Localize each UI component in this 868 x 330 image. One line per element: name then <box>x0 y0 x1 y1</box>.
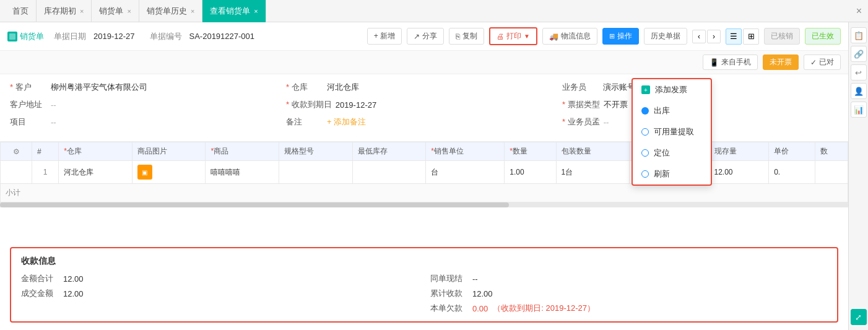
project-field: 项目 -- <box>10 116 286 128</box>
history-button[interactable]: 历史单据 <box>644 28 687 45</box>
row-more <box>815 161 848 184</box>
payment-title: 收款信息 <box>21 256 827 267</box>
outbound-item[interactable]: 出库 <box>633 100 711 121</box>
sold-status-button[interactable]: 已核销 <box>764 28 800 45</box>
employee-value: 演示账号 <box>603 82 635 93</box>
tab-bar: 首页 库存期初 × 销货单 × 销货单历史 × 查看销货单 × × <box>0 0 868 22</box>
truck-icon: 🚚 <box>549 32 558 41</box>
not-opened-button[interactable]: 未开票 <box>763 54 799 70</box>
print-button[interactable]: 🖨 打印 ▼ <box>489 27 537 45</box>
copy-button[interactable]: ⎘ 复制 <box>449 28 484 45</box>
salesperson-value: -- <box>604 118 609 127</box>
outbound-icon <box>641 107 649 115</box>
close-view-sales-tab[interactable]: × <box>254 7 258 15</box>
form-row-1: 客户 柳州粤港平安气体有限公司 仓库 河北仓库 业务员 演示账号 <box>10 82 838 93</box>
available-pickup-icon <box>641 128 649 136</box>
tab-view-sales[interactable]: 查看销货单 × <box>202 0 266 22</box>
available-pickup-item[interactable]: 可用量提取 <box>633 121 711 142</box>
payment-grid: 金额合计 12.00 同单现结 -- 成交金额 12.00 累计收款 12.00… <box>21 273 827 314</box>
sidebar-icon-2[interactable]: 🔗 <box>851 46 867 62</box>
employee-label: 业务员 <box>562 82 599 93</box>
col-warehouse: *仓库 <box>59 142 132 161</box>
scrollbar-thumb[interactable] <box>0 202 509 207</box>
cumulative-value: 12.00 <box>472 289 493 298</box>
gear-header-icon[interactable]: ⚙ <box>13 147 20 156</box>
check-button[interactable]: ✓ 已对 <box>804 54 841 70</box>
close-sales-order-tab[interactable]: × <box>127 7 131 15</box>
svg-rect-0 <box>9 33 15 40</box>
toolbar-row: 📱 来自手机 未开票 ✓ 已对 <box>0 51 848 74</box>
due-date-field: 收款到期日 2019-12-27 <box>286 99 562 110</box>
row-quantity: 1.00 <box>505 161 556 184</box>
cumulative-row: 累计收款 12.00 <box>430 288 827 299</box>
col-image: 商品图片 <box>132 142 206 161</box>
nav-prev-button[interactable]: ‹ <box>692 30 706 43</box>
sales-table: ⚙ # *仓库 商品图片 *商品 规格型号 最低库存 *销售单位 *数量 包装数… <box>0 142 848 202</box>
total-value: 12.00 <box>63 274 84 284</box>
row-gear <box>1 161 32 184</box>
table-section: ⚙ # *仓库 商品图片 *商品 规格型号 最低库存 *销售单位 *数量 包装数… <box>0 142 848 240</box>
doc-type-icon <box>7 32 17 41</box>
form-row-3: 项目 -- 备注 + 添加备注 业务员孟 -- <box>10 116 838 128</box>
row-price: 0. <box>769 161 815 184</box>
tab-inventory[interactable]: 库存期初 × <box>37 0 92 22</box>
row-package-qty: 1台 <box>556 161 630 184</box>
sidebar-icon-5[interactable]: 📊 <box>851 102 867 118</box>
sidebar-icon-3[interactable]: ↩ <box>851 64 867 80</box>
doc-header: 销货单 单据日期 2019-12-27 单据编号 SA-20191227-001… <box>0 22 848 51</box>
right-sidebar: 📋 🔗 ↩ 👤 📊 ⤢ <box>848 22 868 330</box>
nav-next-button[interactable]: › <box>707 30 721 43</box>
locate-item[interactable]: 定位 <box>633 142 711 163</box>
col-product: *商品 <box>206 142 279 161</box>
sidebar-icon-1[interactable]: 📋 <box>851 27 867 43</box>
row-warehouse: 河北仓库 <box>59 161 132 184</box>
refresh-item[interactable]: 刷新 <box>633 163 711 185</box>
address-label: 客户地址 <box>10 99 47 110</box>
col-unit: *销售单位 <box>426 142 505 161</box>
check-icon: ✓ <box>810 58 817 67</box>
project-value: -- <box>51 118 56 127</box>
transaction-row: 成交金额 12.00 <box>21 288 418 299</box>
customer-value: 柳州粤港平安气体有限公司 <box>51 82 147 93</box>
tab-home[interactable]: 首页 <box>5 0 37 22</box>
phone-icon: 📱 <box>710 58 719 67</box>
balance-note: （收款到期日: 2019-12-27） <box>493 303 595 314</box>
total-label: 金额合计 <box>21 273 58 284</box>
logistics-button[interactable]: 🚚 物流信息 <box>542 28 597 45</box>
view-list-button[interactable]: ☰ <box>726 28 742 45</box>
row-spec <box>279 161 353 184</box>
effective-status-button[interactable]: 已生效 <box>805 28 841 45</box>
transaction-value: 12.00 <box>63 289 84 298</box>
refresh-icon <box>641 170 649 178</box>
note-add-button[interactable]: + 添加备注 <box>327 116 366 128</box>
sidebar-icon-expand[interactable]: ⤢ <box>851 309 867 325</box>
settlement-row: 同单现结 -- <box>430 273 827 284</box>
copy-icon: ⎘ <box>456 32 460 41</box>
tab-sales-order[interactable]: 销货单 × <box>92 0 139 22</box>
tab-sales-history[interactable]: 销货单历史 × <box>139 0 202 22</box>
locate-icon <box>641 149 649 157</box>
doc-type-label: 销货单 <box>7 31 44 42</box>
print-dropdown-arrow: ▼ <box>524 33 530 40</box>
note-field: 备注 + 添加备注 <box>286 116 562 128</box>
from-phone-button[interactable]: 📱 来自手机 <box>703 54 758 70</box>
close-inventory-tab[interactable]: × <box>80 7 84 15</box>
operations-button[interactable]: ⊞ 操作 <box>602 28 639 45</box>
view-grid-button[interactable]: ⊞ <box>743 28 759 45</box>
close-window-button[interactable]: × <box>856 6 862 17</box>
horizontal-scrollbar[interactable] <box>0 202 848 207</box>
salesperson-label: 业务员孟 <box>562 116 600 128</box>
share-button[interactable]: ↗ 分享 <box>407 28 444 45</box>
customer-label: 客户 <box>10 82 47 93</box>
row-min-stock <box>352 161 426 184</box>
total-row: 金额合计 12.00 <box>21 273 418 284</box>
ticket-type-value: 不开票 <box>604 99 628 110</box>
close-sales-history-tab[interactable]: × <box>191 7 194 15</box>
sidebar-icon-4[interactable]: 👤 <box>851 83 867 99</box>
print-icon: 🖨 <box>497 32 504 41</box>
row-image: ▣ <box>132 161 206 184</box>
add-invoice-item[interactable]: + 添加发票 <box>633 79 711 100</box>
new-button[interactable]: + 新增 <box>367 28 402 45</box>
address-value: -- <box>51 100 56 110</box>
payment-section: 收款信息 金额合计 12.00 同单现结 -- 成交金额 12.00 累计收款 … <box>10 247 838 323</box>
